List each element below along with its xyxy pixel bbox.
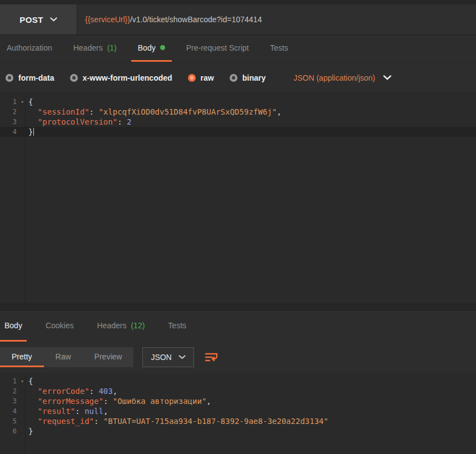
radio-selected-icon bbox=[188, 74, 196, 82]
request-tab-pre-request-script[interactable]: Pre-request Script bbox=[180, 35, 256, 62]
content-type-label: JSON (application/json) bbox=[294, 73, 375, 82]
tab-label: Tests bbox=[168, 321, 186, 330]
tab-label: Body bbox=[4, 321, 22, 330]
chevron-down-icon bbox=[50, 17, 57, 22]
content-type-selector[interactable]: JSON (application/json) bbox=[294, 73, 391, 82]
text-cursor bbox=[33, 128, 34, 136]
tab-count-badge: (1) bbox=[107, 43, 117, 52]
url-input[interactable]: {{serviceUrl}}/v1.0/ticket/showBarcode?i… bbox=[77, 4, 476, 34]
radio-icon bbox=[230, 74, 237, 82]
tab-label: Pre-request Script bbox=[186, 43, 249, 52]
tab-label: Cookies bbox=[46, 321, 74, 330]
request-body-editor[interactable]: 1▾{2 "sessionId": "xlpcqfXiOD0dv51D84fvP… bbox=[0, 93, 476, 304]
response-tab-cookies[interactable]: Cookies bbox=[41, 310, 78, 342]
code-line-6: 6} bbox=[0, 426, 476, 436]
code-line-1: 1▾{ bbox=[0, 376, 476, 386]
tab-label: Headers bbox=[97, 321, 127, 330]
radio-icon bbox=[70, 74, 78, 82]
tab-label: Headers bbox=[73, 43, 103, 52]
fold-caret-icon[interactable]: ▾ bbox=[21, 97, 24, 107]
line-number: 6 bbox=[0, 426, 25, 436]
code-line-2: 2 "sessionId": "xlpcqfXiOD0dv51D84fvP8UA… bbox=[0, 107, 476, 117]
view-preview[interactable]: Preview bbox=[83, 347, 134, 367]
code-text: "protocolVersion": 2 bbox=[28, 117, 131, 127]
radio-icon bbox=[6, 74, 13, 82]
body-type-binary[interactable]: binary bbox=[230, 73, 266, 82]
fold-caret-icon[interactable]: ▾ bbox=[21, 376, 24, 386]
request-tab-body[interactable]: Body bbox=[131, 35, 172, 62]
tab-count-badge: (12) bbox=[131, 321, 145, 330]
code-text: "request_id": "BTUAT=UAT-715aa934-b187-8… bbox=[28, 416, 328, 426]
code-text: { bbox=[28, 376, 33, 386]
code-line-5: 5 "request_id": "BTUAT=UAT-715aa934-b187… bbox=[0, 416, 476, 426]
radio-label: form-data bbox=[18, 73, 54, 82]
body-type-row: form-datax-www-form-urlencodedrawbinary … bbox=[0, 62, 476, 93]
titlebar-strip bbox=[0, 0, 476, 4]
response-tabs: BodyCookiesHeaders(12)Tests bbox=[0, 310, 476, 342]
wrap-lines-icon bbox=[204, 352, 219, 363]
request-tab-headers[interactable]: Headers(1) bbox=[67, 35, 123, 62]
wrap-lines-button[interactable] bbox=[204, 352, 219, 363]
radio-label: x-www-form-urlencoded bbox=[83, 73, 172, 82]
line-number: 4 bbox=[0, 406, 25, 416]
view-raw[interactable]: Raw bbox=[44, 347, 83, 367]
request-tabs: AuthorizationHeaders(1)BodyPre-request S… bbox=[0, 35, 476, 62]
line-number: 3 bbox=[0, 117, 25, 127]
pane-resize-divider[interactable] bbox=[0, 304, 476, 310]
radio-label: binary bbox=[242, 73, 266, 82]
chevron-down-icon bbox=[383, 75, 391, 80]
body-type-raw[interactable]: raw bbox=[188, 73, 214, 82]
line-number: 4 bbox=[0, 127, 25, 137]
code-line-1: 1▾{ bbox=[0, 97, 476, 107]
response-tab-headers[interactable]: Headers(12) bbox=[93, 310, 150, 342]
line-number: 1▾ bbox=[0, 97, 25, 107]
line-number: 2 bbox=[0, 107, 25, 117]
request-url-bar: POST {{serviceUrl}}/v1.0/ticket/showBarc… bbox=[0, 4, 476, 35]
method-selector[interactable]: POST bbox=[0, 4, 77, 34]
code-text: "result": null, bbox=[28, 406, 108, 416]
code-text: "errorCode": 403, bbox=[28, 386, 117, 396]
url-path-segment: /v1.0/ticket/showBarcode?id=1074414 bbox=[130, 15, 262, 24]
url-variable-segment: {{serviceUrl}} bbox=[85, 15, 130, 24]
line-number: 2 bbox=[0, 386, 25, 396]
code-line-2: 2 "errorCode": 403, bbox=[0, 386, 476, 396]
method-label: POST bbox=[19, 15, 43, 24]
code-text: } bbox=[28, 426, 33, 436]
response-tab-tests[interactable]: Tests bbox=[163, 310, 191, 342]
line-number: 1▾ bbox=[0, 376, 25, 386]
line-number: 3 bbox=[0, 396, 25, 406]
body-type-x-www-form-urlencoded[interactable]: x-www-form-urlencoded bbox=[70, 73, 172, 82]
radio-label: raw bbox=[201, 73, 214, 82]
code-line-3: 3 "protocolVersion": 2 bbox=[0, 117, 476, 127]
body-type-form-data[interactable]: form-data bbox=[6, 73, 54, 82]
code-line-4: 4 "result": null, bbox=[0, 406, 476, 416]
body-present-dot bbox=[160, 45, 165, 50]
response-body-editor[interactable]: 1▾{2 "errorCode": 403,3 "errorMessage": … bbox=[0, 373, 476, 454]
body-type-options: form-datax-www-form-urlencodedrawbinary bbox=[6, 73, 281, 82]
code-line-3: 3 "errorMessage": "Ошибка авторизации", bbox=[0, 396, 476, 406]
tab-label: Tests bbox=[270, 43, 289, 52]
code-text: "errorMessage": "Ошибка авторизации", bbox=[28, 396, 211, 406]
tab-label: Body bbox=[138, 43, 156, 52]
response-view-toggle: PrettyRawPreview bbox=[0, 347, 133, 367]
code-text: "sessionId": "xlpcqfXiOD0dv51D84fvP8UArS… bbox=[28, 107, 281, 117]
request-tab-tests[interactable]: Tests bbox=[264, 35, 295, 62]
chevron-down-icon bbox=[178, 355, 186, 359]
code-line-4: 4} bbox=[0, 127, 476, 137]
request-tab-authorization[interactable]: Authorization bbox=[0, 35, 59, 62]
response-toolbar: PrettyRawPreview JSON bbox=[0, 342, 476, 373]
postman-app: POST {{serviceUrl}}/v1.0/ticket/showBarc… bbox=[0, 0, 476, 454]
view-pretty[interactable]: Pretty bbox=[0, 347, 44, 367]
code-text: { bbox=[28, 97, 33, 107]
response-format-label: JSON bbox=[151, 353, 171, 362]
code-text: } bbox=[28, 127, 34, 137]
tab-label: Authorization bbox=[7, 43, 52, 52]
response-format-dropdown[interactable]: JSON bbox=[142, 347, 194, 367]
response-tab-body[interactable]: Body bbox=[0, 310, 27, 342]
line-number: 5 bbox=[0, 416, 25, 426]
